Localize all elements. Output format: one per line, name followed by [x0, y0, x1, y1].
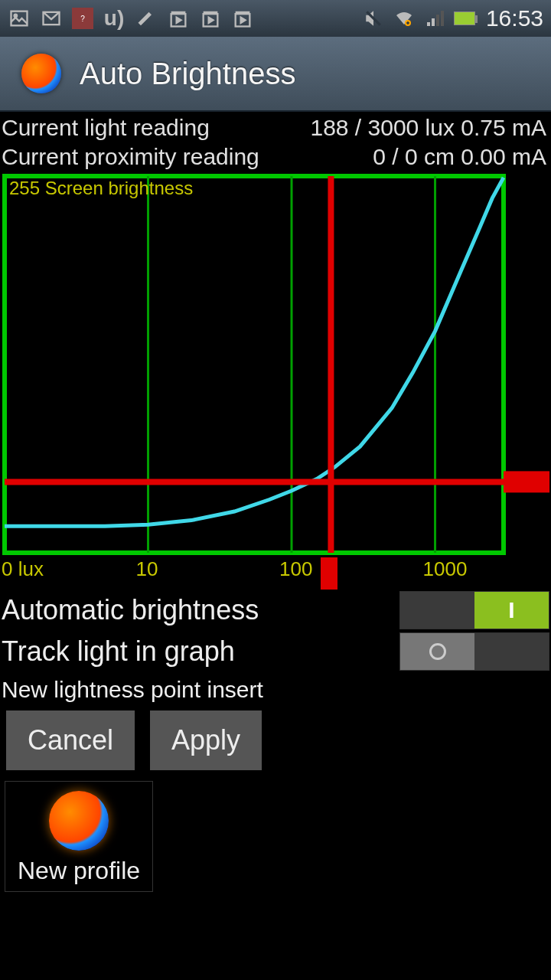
proximity-reading-label: Current proximity reading — [2, 142, 259, 172]
svg-rect-7 — [5, 176, 504, 553]
track-light-toggle[interactable] — [399, 632, 549, 671]
readings-panel: Current light reading 188 / 3000 lux 0.7… — [0, 112, 551, 172]
new-profile-label: New profile — [8, 857, 149, 885]
x-tick-label: 1000 — [423, 557, 468, 581]
track-light-row: Track light in graph — [0, 632, 551, 671]
play-store-icon-1 — [167, 7, 190, 30]
status-clock: 16:53 — [486, 5, 543, 31]
title-bar: Auto Brightness — [0, 37, 551, 112]
current-marker-handle[interactable] — [321, 557, 337, 590]
wifi-icon — [393, 7, 416, 30]
app-notif-icon: ? — [72, 8, 93, 29]
insert-point-label: New lightness point insert — [0, 671, 551, 710]
auto-brightness-toggle[interactable]: I — [399, 591, 549, 629]
brightness-chart[interactable]: 255 Screen brightness — [2, 173, 549, 556]
sound-icon: u) — [103, 7, 126, 30]
cancel-button[interactable]: Cancel — [6, 710, 135, 770]
svg-text:255 Screen brightness: 255 Screen brightness — [9, 178, 193, 198]
svg-rect-12 — [504, 471, 549, 492]
track-light-label: Track light in graph — [2, 635, 235, 668]
app-title: Auto Brightness — [80, 57, 295, 91]
svg-point-1 — [15, 15, 17, 18]
x-tick-label: 0 lux — [2, 557, 44, 581]
auto-brightness-label: Automatic brightness — [2, 594, 259, 626]
proximity-reading-value: 0 / 0 cm 0.00 mA — [373, 142, 546, 172]
play-store-icon-3 — [231, 7, 254, 30]
gallery-icon — [8, 7, 31, 30]
mail-icon — [40, 7, 63, 30]
new-profile-button[interactable]: New profile — [5, 781, 153, 892]
profile-icon — [49, 791, 109, 851]
chart-x-axis: 0 lux101001000 — [0, 557, 551, 585]
status-bar: ? u) 16:53 — [0, 0, 551, 37]
battery-icon — [454, 11, 475, 25]
signal-icon — [423, 7, 446, 30]
auto-brightness-row: Automatic brightness I — [0, 591, 551, 629]
app-icon — [21, 54, 61, 93]
x-tick-label: 10 — [136, 557, 158, 581]
play-store-icon-2 — [199, 7, 222, 30]
apply-button[interactable]: Apply — [150, 710, 262, 770]
light-reading-value: 188 / 3000 lux 0.75 mA — [310, 113, 546, 142]
x-tick-label: 100 — [279, 557, 312, 581]
mute-icon — [362, 7, 385, 30]
light-reading-label: Current light reading — [2, 113, 210, 142]
edit-icon — [135, 7, 158, 30]
